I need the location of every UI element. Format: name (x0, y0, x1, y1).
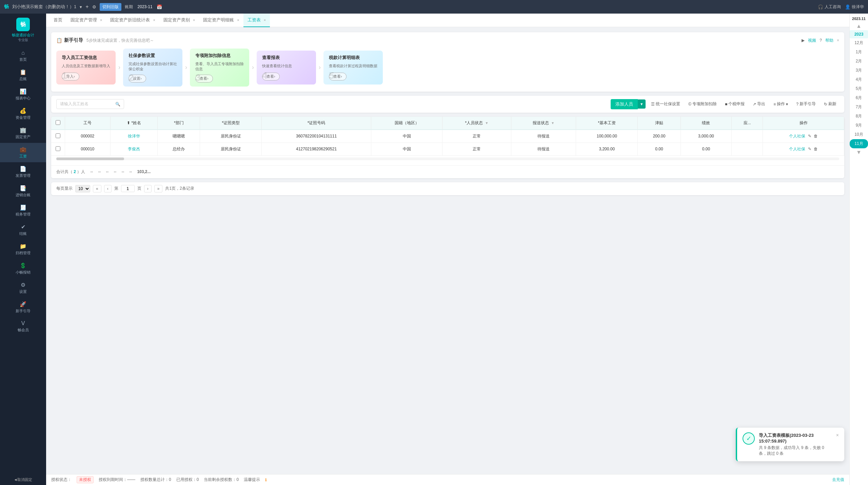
sidebar-item-member[interactable]: V 畅会员 (0, 317, 46, 336)
month-2[interactable]: 2月 (850, 57, 868, 66)
consult-btn[interactable]: 🎧 人工咨询 (818, 4, 841, 10)
row2-name[interactable]: 李俊杰 (111, 143, 158, 155)
tab-home[interactable]: 首页 (50, 14, 66, 27)
select-all-checkbox[interactable] (56, 120, 60, 125)
tax-report-btn[interactable]: ■ 个税申报 (722, 100, 747, 108)
month-3[interactable]: 3月 (850, 66, 868, 75)
row1-checkbox[interactable] (51, 130, 65, 143)
help-label[interactable]: 帮助 (825, 38, 833, 43)
pagination-first[interactable]: « (93, 185, 101, 192)
step-arrow-4: › (316, 64, 323, 71)
close-tab-assets-detail[interactable]: × (237, 18, 239, 22)
horizontal-scrollbar[interactable] (56, 157, 839, 160)
close-tab-payroll[interactable]: × (264, 18, 266, 22)
month-11[interactable]: 11月 (850, 139, 868, 148)
tab-fixed-assets[interactable]: 固定资产管理 × (66, 14, 106, 27)
sidebar-item-fund[interactable]: 💰 资金管理 (0, 104, 46, 124)
tab-payroll[interactable]: 工资表 × (243, 14, 270, 27)
pagination-next[interactable]: › (144, 185, 152, 192)
pagination-prev[interactable]: ‹ (104, 185, 112, 192)
sidebar-item-invoice[interactable]: 📄 发票管理 (0, 162, 46, 182)
period-value[interactable]: 2023-11 (138, 4, 153, 9)
sidebar-item-sales[interactable]: 📑 进销台账 (0, 182, 46, 201)
sidebar-item-archive[interactable]: 📁 归档管理 (0, 240, 46, 259)
calendar-nav-down[interactable]: ▼ (855, 148, 863, 156)
close-tab-assets-category[interactable]: × (193, 18, 195, 22)
sidebar-item-ledger[interactable]: 📋 总账 (0, 66, 46, 85)
th-status[interactable]: *人员状态 ▼ (442, 117, 511, 130)
month-9[interactable]: 9月 (850, 121, 868, 130)
unpin-button[interactable]: ◄取消固定 (0, 474, 46, 485)
row1-edit-btn[interactable]: ✎ (808, 134, 811, 138)
sidebar-item-tax[interactable]: 🧾 税务管理 (0, 201, 46, 220)
add-btn-main[interactable]: 添加人员 (611, 99, 638, 109)
sidebar-item-home[interactable]: ⌂ 首页 (0, 46, 46, 66)
row2-action: 个人社保 ✎ 🗑 (763, 143, 844, 155)
notification-close-button[interactable]: × (836, 432, 839, 438)
row1-social-btn[interactable]: 个人社保 (789, 134, 805, 138)
switch-version-button[interactable]: 切到旧版 (100, 3, 121, 11)
page-input[interactable] (121, 185, 135, 192)
scroll-bar-area[interactable] (51, 156, 844, 165)
search-input[interactable]: 请输入员工姓名 🔍 (56, 99, 124, 109)
month-4[interactable]: 4月 (850, 75, 868, 84)
sidebar-item-assets[interactable]: 🏢 固定资产 (0, 124, 46, 143)
row1-name[interactable]: 徐泽华 (111, 130, 158, 143)
month-1[interactable]: 1月 (850, 48, 868, 57)
th-nationality: 国籍（地区） (371, 117, 442, 130)
row2-edit-btn[interactable]: ✎ (808, 147, 811, 151)
close-guide-button[interactable]: × (837, 38, 839, 43)
period-label: 账期 (125, 4, 133, 10)
month-5[interactable]: 5月 (850, 84, 868, 93)
row2-del-btn[interactable]: 🗑 (814, 147, 818, 151)
add-icon[interactable]: + (85, 4, 88, 10)
sidebar-item-report[interactable]: 📊 报表中心 (0, 85, 46, 104)
refresh-btn[interactable]: ↻ 刷新 (821, 100, 839, 108)
month-10[interactable]: 10月 (850, 130, 868, 139)
go-auth-link[interactable]: 去充值 (832, 477, 844, 483)
month-7[interactable]: 7月 (850, 102, 868, 112)
step-arrow-3: › (249, 64, 257, 71)
app-version: 专业版 (18, 38, 28, 42)
th-name[interactable]: ⬆ *姓名 (111, 117, 158, 130)
row2-checkbox[interactable] (51, 143, 65, 155)
close-tab-depreciation[interactable]: × (153, 18, 155, 22)
calendar-nav-up[interactable]: ▲ (855, 22, 863, 30)
archive-icon: 📁 (20, 243, 26, 249)
sidebar-item-guide[interactable]: 🚀 新手引导 (0, 298, 46, 317)
add-person-button[interactable]: 添加人员 ▾ (611, 99, 646, 109)
pagination-last[interactable]: » (154, 185, 163, 192)
row2-social-btn[interactable]: 个人社保 (789, 147, 805, 151)
dropdown-icon[interactable]: ▾ (80, 4, 82, 10)
month-12[interactable]: 12月 (850, 38, 868, 48)
scroll-thumb[interactable] (56, 157, 124, 160)
month-6[interactable]: 6月 (850, 93, 868, 102)
operation-btn[interactable]: ≡ 操作 ▾ (771, 100, 791, 108)
tab-assets-category[interactable]: 固定资产类别 × (159, 14, 199, 27)
new-guide-btn[interactable]: ? 新手引导 (793, 100, 818, 108)
tab-depreciation[interactable]: 固定资产折旧统计表 × (106, 14, 159, 27)
calendar-icon[interactable]: 📅 (157, 4, 162, 10)
user-btn[interactable]: 👤 徐泽华 (845, 4, 864, 10)
th-checkbox (51, 117, 65, 130)
special-deduction-btn[interactable]: © 专项附加扣除 (686, 100, 719, 108)
sidebar-item-settings[interactable]: ⚙ 设置 (0, 278, 46, 298)
used-auth-label: 已用授权：0 (176, 477, 199, 483)
tab-assets-detail[interactable]: 固定资产明细账 × (199, 14, 243, 27)
row2-payable (732, 143, 763, 155)
unified-social-security-btn[interactable]: ☰ 统一社保设置 (648, 100, 683, 108)
status-bar: 授权状态： 未授权 授权到期时间：—— 授权数量总计：0 已用授权：0 当前剩余… (46, 474, 849, 485)
deduction-icon: © (688, 102, 691, 107)
close-tab-fixed-assets[interactable]: × (100, 18, 102, 22)
sidebar-item-expense[interactable]: 💲 小畅报销 (0, 259, 46, 278)
th-report-status[interactable]: 报送状态 ▼ (511, 117, 576, 130)
row1-del-btn[interactable]: 🗑 (814, 134, 818, 138)
sidebar-item-close[interactable]: ✔ 结账 (0, 220, 46, 240)
video-label[interactable]: 视频 (808, 38, 816, 43)
settings-icon[interactable]: ⚙ (92, 4, 96, 10)
sidebar-item-payroll[interactable]: 💼 工资 (0, 143, 46, 162)
per-page-select[interactable]: 10 20 50 (75, 185, 90, 192)
export-btn[interactable]: ↗ 导出 (750, 100, 768, 108)
month-8[interactable]: 8月 (850, 112, 868, 121)
add-btn-dropdown[interactable]: ▾ (638, 99, 646, 109)
